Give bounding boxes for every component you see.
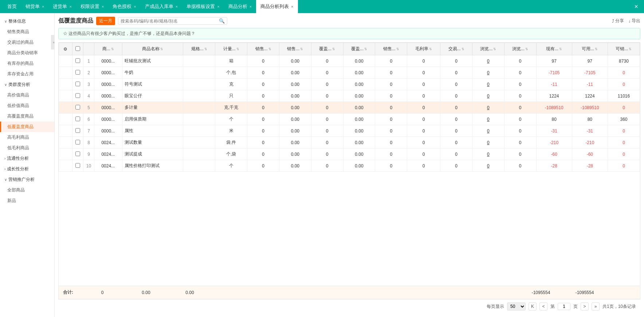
- footer-label: 合计:: [63, 289, 73, 296]
- first-page-button[interactable]: K: [529, 302, 537, 310]
- sidebar-collapse-button[interactable]: «: [51, 35, 55, 49]
- row-checkbox[interactable]: [75, 58, 80, 63]
- footer-sales-amt: 0.00: [131, 290, 161, 295]
- period-button[interactable]: 近一月: [96, 17, 115, 25]
- browse-link[interactable]: 0: [487, 105, 490, 110]
- browse-link[interactable]: 0: [487, 82, 490, 87]
- nav-product-analysis[interactable]: 商品分析 ×: [224, 0, 256, 13]
- nav-sales-order[interactable]: 销货单 ×: [21, 0, 48, 13]
- table-body: 10000...旺辅批次测试箱00.0000.00000009797873020…: [59, 55, 640, 172]
- col-sales2[interactable]: 销售...⇅: [375, 43, 407, 55]
- table-row: 10000...旺辅批次测试箱00.0000.000000097978730: [59, 55, 640, 67]
- close-icon[interactable]: ×: [176, 4, 178, 9]
- sidebar-section-overall[interactable]: ∨ 整体信息: [0, 16, 54, 27]
- close-icon[interactable]: ×: [291, 4, 293, 9]
- next-page-button[interactable]: >: [581, 302, 589, 310]
- row-checkbox[interactable]: [75, 163, 80, 168]
- footer-current: -1095554: [526, 290, 555, 295]
- chevron-right-icon: ›: [4, 156, 5, 161]
- last-page-button[interactable]: »: [592, 302, 600, 310]
- nav-product-analysis-list[interactable]: 商品分析列表 ×: [256, 0, 298, 13]
- sidebar-section-growth[interactable]: › 成长性分析: [0, 164, 54, 174]
- nav-role-auth[interactable]: 角色授权 ×: [108, 0, 140, 13]
- sidebar-item-high-coverage[interactable]: 高覆盖度商品: [0, 111, 54, 122]
- search-input[interactable]: [121, 19, 219, 24]
- col-sellable[interactable]: 可销...⇅: [608, 43, 640, 55]
- col-sales-qty[interactable]: 销售...⇅: [247, 43, 279, 55]
- sidebar-item-category-sales-rate[interactable]: 商品分类动销率: [0, 48, 54, 58]
- data-table-wrapper[interactable]: ⚙ 商...⇅ 商品名称⇅ 规格...⇅ 计量...⇅ 销售...⇅ 销售...…: [58, 42, 640, 286]
- col-browse2[interactable]: 浏览...⇅: [504, 43, 536, 55]
- sidebar-item-sales-goods[interactable]: 销售类商品: [0, 27, 54, 37]
- close-icon[interactable]: ×: [69, 4, 71, 9]
- col-settings[interactable]: ⚙: [59, 43, 72, 55]
- share-button[interactable]: ⤴ 分享: [612, 18, 624, 24]
- col-gross[interactable]: 毛利率⇅: [407, 43, 440, 55]
- col-trade[interactable]: 交易...⇅: [440, 43, 472, 55]
- sidebar-item-stocked-goods[interactable]: 有库存的商品: [0, 58, 54, 69]
- col-cover1[interactable]: 覆盖...⇅: [311, 43, 343, 55]
- close-icon[interactable]: ×: [42, 4, 44, 9]
- browse-link[interactable]: 0: [487, 152, 490, 157]
- close-icon[interactable]: ×: [134, 4, 136, 9]
- nav-close-all[interactable]: ×: [631, 3, 641, 11]
- sidebar-item-new-goods[interactable]: 新品: [0, 195, 54, 206]
- col-spec[interactable]: 规格...⇅: [183, 43, 215, 55]
- nav-purchase-order[interactable]: 进货单 ×: [48, 0, 76, 13]
- nav-template-settings[interactable]: 单据模板设置 ×: [182, 0, 224, 13]
- col-checkbox[interactable]: [72, 43, 83, 55]
- close-icon[interactable]: ×: [250, 4, 252, 9]
- close-icon[interactable]: ×: [102, 4, 104, 9]
- browse-link[interactable]: 0: [487, 163, 490, 169]
- col-cover2[interactable]: 覆盖...⇅: [343, 43, 375, 55]
- table-footer: 合计: 0 0.00 0.00 -1095554 -1095554: [58, 286, 640, 299]
- sidebar-item-high-value[interactable]: 高价值商品: [0, 90, 54, 100]
- nav-home[interactable]: 首页: [3, 0, 21, 13]
- browse-link[interactable]: 0: [487, 59, 490, 64]
- col-unit[interactable]: 计量...⇅: [215, 43, 247, 55]
- row-checkbox[interactable]: [75, 70, 80, 75]
- header-actions: ⤴ 分享 ↓ 导出: [612, 18, 640, 24]
- sidebar-section-cluster[interactable]: ∨ 类群度分析: [0, 79, 54, 90]
- prev-page-button[interactable]: <: [539, 302, 547, 310]
- col-current[interactable]: 现有...⇅: [536, 43, 572, 55]
- main-layout: « ∨ 整体信息 销售类商品 交易过的商品 商品分类动销率 有库存的商品 库存资…: [0, 13, 644, 317]
- sidebar-item-high-margin[interactable]: 高毛利商品: [0, 132, 54, 143]
- chevron-down-icon: ∨: [4, 19, 7, 23]
- sidebar-item-all-goods[interactable]: 全部商品: [0, 185, 54, 195]
- col-name[interactable]: 商品名称⇅: [122, 43, 183, 55]
- page-input[interactable]: [558, 303, 570, 310]
- row-checkbox[interactable]: [75, 105, 80, 110]
- sidebar-item-low-margin[interactable]: 低毛利商品: [0, 143, 54, 153]
- row-checkbox[interactable]: [75, 151, 80, 156]
- per-page-select[interactable]: 50 100 200: [507, 302, 526, 310]
- sidebar-item-traded-goods[interactable]: 交易过的商品: [0, 37, 54, 48]
- col-browse1[interactable]: 浏览...⇅: [472, 43, 504, 55]
- browse-link[interactable]: 0: [487, 94, 490, 99]
- sidebar: « ∨ 整体信息 销售类商品 交易过的商品 商品分类动销率 有库存的商品 库存资…: [0, 13, 55, 317]
- sidebar-item-inventory-capital[interactable]: 库存资金占用: [0, 69, 54, 79]
- col-sales-amt[interactable]: 销售...⇅: [279, 43, 311, 55]
- table-row: 90024...测试提成个,袋00.0000.0000000-60-600: [59, 148, 640, 160]
- row-checkbox[interactable]: [75, 116, 80, 121]
- browse-link[interactable]: 0: [487, 128, 490, 134]
- export-button[interactable]: ↓ 导出: [628, 18, 640, 24]
- select-all-checkbox[interactable]: [75, 46, 80, 51]
- nav-permission-settings[interactable]: 权限设置 ×: [76, 0, 108, 13]
- browse-link[interactable]: 0: [487, 70, 490, 75]
- sidebar-section-marketing[interactable]: ∨ 营销推广分析: [0, 174, 54, 185]
- sidebar-item-low-coverage[interactable]: 低覆盖度商品: [0, 122, 54, 132]
- nav-product-warehouse[interactable]: 产成品入库单 ×: [141, 0, 182, 13]
- browse-link[interactable]: 0: [487, 140, 490, 145]
- browse-link[interactable]: 0: [487, 117, 490, 122]
- col-available[interactable]: 可用...⇅: [572, 43, 608, 55]
- sidebar-item-low-value[interactable]: 低价值商品: [0, 100, 54, 111]
- row-checkbox[interactable]: [75, 140, 80, 144]
- sidebar-section-circulation[interactable]: › 流通性分析: [0, 153, 54, 164]
- close-icon[interactable]: ×: [217, 4, 219, 9]
- col-code[interactable]: 商...⇅: [94, 43, 122, 55]
- row-checkbox[interactable]: [75, 82, 80, 86]
- row-checkbox[interactable]: [75, 128, 80, 133]
- page-suffix: 页: [573, 304, 578, 310]
- row-checkbox[interactable]: [75, 93, 80, 98]
